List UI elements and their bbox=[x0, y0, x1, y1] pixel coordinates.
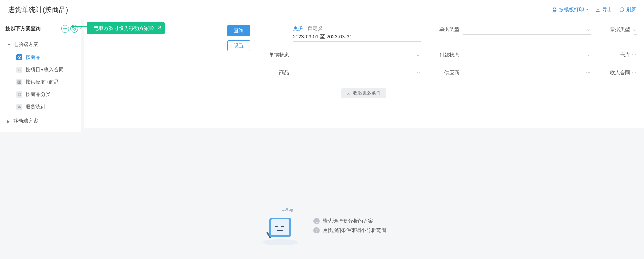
sidebar-group-label: 移动端方案 bbox=[13, 118, 38, 125]
filter-supplier: 供应商 ⋯ bbox=[432, 68, 591, 78]
svg-rect-8 bbox=[20, 82, 21, 84]
tip-close-button[interactable]: ✕ bbox=[158, 24, 162, 30]
filter-panel: 更多 自定义 2023-03-01 至 2023-03-31 单据类型 ⌄ 票据… bbox=[84, 19, 644, 128]
pay-status-select[interactable]: ⌄ bbox=[463, 50, 591, 60]
filter-label: 商品 bbox=[261, 68, 293, 76]
sidebar-group-mobile[interactable]: ▶ 移动端方案 bbox=[5, 115, 78, 128]
filter-label: 付款状态 bbox=[432, 50, 463, 58]
filter-date-label bbox=[261, 25, 293, 26]
empty-step-1: 1 请先选择要分析的方案 bbox=[313, 218, 386, 225]
svg-point-10 bbox=[262, 239, 298, 245]
more-icon: ⋯ bbox=[586, 70, 591, 75]
step-number-badge: 1 bbox=[313, 218, 320, 224]
svg-rect-17 bbox=[286, 208, 288, 210]
caret-right-icon: ▶ bbox=[7, 119, 11, 123]
empty-steps: 1 请先选择要分析的方案 2 用[过滤]条件来缩小分析范围 bbox=[313, 215, 386, 236]
chevron-down-icon: ▾ bbox=[586, 7, 588, 12]
date-more-link[interactable]: 更多 bbox=[293, 25, 303, 32]
sidebar-item-label: 按商品分类 bbox=[26, 91, 51, 98]
more-icon: ⋯ bbox=[415, 70, 420, 75]
filter-label: 供应商 bbox=[432, 68, 463, 76]
sidebar-item-label: 按供应商+商品 bbox=[26, 79, 59, 86]
warehouse-picker[interactable]: ⋯ bbox=[634, 50, 637, 60]
print-template-button[interactable]: 按模板打印 ▾ bbox=[552, 6, 588, 13]
sidebar-item-label: 按项目+收入合同 bbox=[26, 66, 64, 73]
bill-status-select[interactable]: ⌄ bbox=[293, 50, 421, 60]
invoice-type-select[interactable]: ⌄ bbox=[634, 25, 637, 35]
caret-down-icon: ▼ bbox=[7, 43, 11, 47]
sidebar-group-label: 电脑端方案 bbox=[13, 41, 38, 48]
collapse-conditions-label: 收起更多条件 bbox=[353, 90, 381, 96]
tip-connector-line bbox=[73, 26, 88, 27]
chevron-down-icon: ⌄ bbox=[416, 52, 420, 57]
empty-state: 1 请先选择要分析的方案 2 用[过滤]条件来缩小分析范围 bbox=[0, 142, 644, 247]
svg-rect-12 bbox=[271, 219, 289, 235]
sidebar-collapse-button[interactable]: « bbox=[80, 25, 82, 30]
page-title: 进货单统计(按商品) bbox=[8, 5, 68, 14]
sidebar-item-by-supplier-product[interactable]: 按供应商+商品 bbox=[14, 76, 78, 88]
clock-icon bbox=[16, 54, 22, 60]
product-picker[interactable]: ⋯ bbox=[293, 68, 421, 78]
step-text: 用[过滤]条件来缩小分析范围 bbox=[323, 227, 386, 234]
step-text: 请先选择要分析的方案 bbox=[323, 218, 373, 225]
filter-invoice-type: 票据类型 ⌄ bbox=[602, 25, 637, 43]
query-button[interactable]: 查询 bbox=[227, 25, 250, 36]
double-chevron-up-icon: ︽ bbox=[347, 91, 351, 96]
sidebar-item-label: 按商品 bbox=[26, 54, 41, 61]
bill-type-select[interactable]: ⌄ bbox=[463, 25, 591, 35]
svg-rect-1 bbox=[554, 8, 556, 9]
chevron-down-icon: ⌄ bbox=[587, 52, 591, 57]
grid-icon bbox=[16, 79, 22, 85]
income-contract-picker[interactable]: ⋯ bbox=[634, 68, 637, 78]
sidebar-group-desktop[interactable]: ▼ 电脑端方案 bbox=[5, 38, 78, 51]
step-number-badge: 2 bbox=[313, 227, 320, 233]
filter-label: 单据类型 bbox=[432, 25, 463, 33]
more-icon: ⋯ bbox=[632, 70, 636, 75]
filter-label: 仓库 bbox=[602, 50, 634, 58]
svg-rect-7 bbox=[18, 82, 19, 84]
more-icon: ⋯ bbox=[632, 52, 636, 57]
refresh-button[interactable]: 刷新 bbox=[619, 6, 636, 13]
refresh-icon bbox=[619, 7, 625, 12]
svg-rect-9 bbox=[18, 93, 21, 96]
date-custom-link[interactable]: 自定义 bbox=[308, 25, 323, 32]
filter-warehouse: 仓库 ⋯ bbox=[602, 50, 637, 60]
filter-label: 单据状态 bbox=[261, 50, 293, 58]
export-icon bbox=[595, 7, 601, 12]
svg-rect-16 bbox=[282, 210, 284, 211]
export-label: 导出 bbox=[602, 6, 612, 13]
sidebar-item-returns[interactable]: 退货统计 bbox=[14, 101, 78, 113]
filter-product: 商品 ⋯ bbox=[261, 68, 421, 78]
svg-rect-6 bbox=[20, 81, 21, 82]
export-button[interactable]: 导出 bbox=[595, 6, 612, 13]
chart-icon bbox=[16, 67, 22, 73]
title-actions: 按模板打印 ▾ 导出 刷新 bbox=[552, 6, 636, 13]
svg-rect-14 bbox=[281, 226, 284, 227]
plus-icon bbox=[63, 27, 67, 31]
sidebar-title: 按以下方案查询 bbox=[5, 25, 41, 32]
mobile-scheme-tip: 电脑方案可设为移动方案啦 ✕ bbox=[87, 22, 165, 34]
svg-rect-13 bbox=[275, 226, 278, 227]
sidebar-item-by-product[interactable]: 按商品 bbox=[14, 51, 78, 63]
filter-income-contract: 收入合同 ⋯ bbox=[602, 68, 637, 78]
date-range-value: 2023-03-01 至 2023-03-31 bbox=[293, 33, 421, 42]
bar-chart-icon bbox=[16, 104, 22, 110]
filter-label: 票据类型 bbox=[602, 25, 634, 33]
empty-step-2: 2 用[过滤]条件来缩小分析范围 bbox=[313, 227, 386, 234]
print-template-label: 按模板打印 bbox=[559, 6, 584, 13]
svg-point-3 bbox=[74, 28, 75, 29]
filter-pay-status: 付款状态 ⌄ bbox=[432, 50, 591, 60]
filter-date: 更多 自定义 2023-03-01 至 2023-03-31 bbox=[261, 25, 421, 43]
settings-button[interactable]: 设置 bbox=[227, 40, 250, 51]
supplier-picker[interactable]: ⋯ bbox=[463, 68, 591, 78]
sidebar-item-by-project-contract[interactable]: 按项目+收入合同 bbox=[14, 63, 78, 76]
empty-illustration bbox=[258, 204, 304, 247]
print-icon bbox=[552, 7, 557, 12]
add-scheme-button[interactable] bbox=[61, 25, 69, 33]
sidebar-item-by-category[interactable]: 按商品分类 bbox=[14, 88, 78, 101]
filter-date-control[interactable]: 更多 自定义 2023-03-01 至 2023-03-31 bbox=[293, 25, 421, 43]
tip-text: 电脑方案可设为移动方案啦 bbox=[94, 25, 154, 32]
chevron-down-icon: ⌄ bbox=[632, 26, 636, 32]
chevron-down-icon: ⌄ bbox=[587, 26, 591, 32]
collapse-conditions-button[interactable]: ︽ 收起更多条件 bbox=[341, 88, 386, 98]
